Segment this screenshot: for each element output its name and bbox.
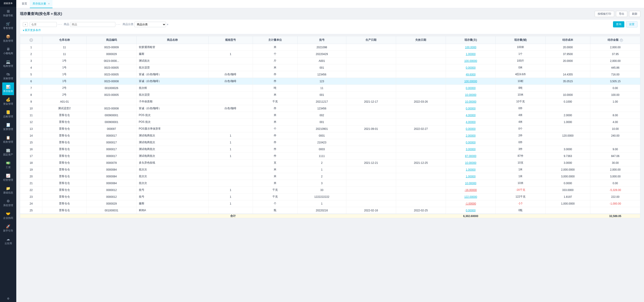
cell-qty-main[interactable]: 4.00000 (446, 119, 496, 125)
cell-code: 0023-00008 (87, 78, 136, 85)
cell-qty-main[interactable]: 0.00000 (446, 105, 496, 112)
table-row[interactable]: 12 普客仓仓 000900001 POS 批次 米 001 4.00000 4… (20, 119, 640, 125)
tab-inventory-batch[interactable]: 库存批次量✕ (30, 0, 52, 8)
cell-qty-main[interactable]: 0.00000 (446, 85, 496, 92)
table-row[interactable]: 15 普客仓仓 0000017 测试电商批次 1 件 210423 0.0000… (20, 139, 640, 146)
table-row[interactable]: 24 普客仓仓 0000029 藤斯 1 个 1 -1.00000 -1个 1,… (20, 200, 640, 207)
table-row[interactable]: 16 普客仓仓 0000017 测试电商批次 1 件 0003 3.00000 … (20, 146, 640, 153)
table-row[interactable]: 1 11 0023-00009 软胶通用枪管 米 2021098 100.000… (20, 44, 640, 51)
cell-qty-main[interactable]: 10.00000 (446, 180, 496, 187)
sidebar-item-biz-mgmt[interactable]: 📈经营管理 (2, 171, 14, 184)
cell-qty-main[interactable]: 10.00000 (446, 160, 496, 166)
cell-spec (208, 58, 253, 64)
cell-qty-main[interactable]: 1.00000 (446, 173, 496, 180)
table-row[interactable]: 6 1号 0023-00008 富诚（白色/咖啡） 白色/咖啡 件 123 10… (20, 78, 640, 85)
cell-qty-main[interactable]: 2.00000 (446, 132, 496, 139)
sidebar-item-fixed-asset[interactable]: 🏢固定资产 (2, 146, 14, 159)
refresh-button[interactable]: 刷新 (629, 11, 640, 17)
sidebar-settings[interactable]: ⚙ (0, 295, 16, 302)
table-row[interactable]: 14 普客仓仓 0000017 测试电商批次 1 件 0001 2.00000 … (20, 132, 640, 139)
sidebar-item-general[interactable]: 📒总账管理 (2, 108, 14, 120)
sidebar-item-base-info[interactable]: 📁基础信息 (2, 184, 14, 197)
table-row[interactable]: 11 普客仓仓 000900001 POS 批次 米 002 4.00000 4… (20, 112, 640, 119)
table-row[interactable]: 23 普客仓仓 0000012 批号 1 千克 1222222222 122.0… (20, 194, 640, 200)
print-button[interactable]: 按模板打印 (595, 11, 614, 17)
cell-qty-main[interactable]: 100.00000 (446, 58, 496, 64)
table-row[interactable]: 5 1号 0023-00005 富诚（白色/咖啡） 白色/咖啡 件 123456… (20, 71, 640, 78)
table-row[interactable]: 9 A01-01 子件保质期 千克 20211217 2021-12-17 20… (20, 98, 640, 105)
table-row[interactable]: 4 1号 0023-00005 批次适货 米 001 0.00000 0米 44… (20, 64, 640, 71)
cell-code: 0000017 (87, 139, 136, 146)
cell-qty-main[interactable]: 100.0000 (446, 44, 496, 51)
table-row[interactable]: 19 普客仓仓 0000084 批次次 米 1 1.00000 1米 2,000… (20, 166, 640, 173)
export-button[interactable]: 导出 (616, 11, 627, 17)
cell-qty-main[interactable]: -16.00000 (446, 187, 496, 194)
cell-qty-main[interactable]: 122.00000 (446, 194, 496, 200)
goods-input[interactable] (70, 22, 115, 27)
sidebar-item-invoice[interactable]: 🧾发票管理 (2, 120, 14, 133)
cell-cost: 3.0000 (546, 146, 590, 153)
table-row[interactable]: 2 11 0000029 藤斯 1 个 20220429 1.00000 1个 … (20, 51, 640, 58)
cell-unit: 米 (253, 64, 298, 71)
table-row[interactable]: 20 普客仓仓 0000084 批次次 米 2 1.00000 1米 3,000… (20, 173, 640, 180)
cell-qty-main[interactable]: 10.00000 (446, 98, 496, 105)
table-row[interactable]: 3 1号 0023-0000... 测试批次 斤 A001 100.00000 … (20, 58, 640, 64)
cell-qty-main[interactable]: 100.00000 (446, 78, 496, 85)
category-select[interactable]: 商品分类 (134, 22, 166, 27)
sidebar-item-purchase[interactable]: 🛍采购管理 (2, 70, 14, 82)
expand-btn[interactable]: ▾ 展开更多条件 (23, 28, 638, 32)
sidebar-item-newbie[interactable]: 🚀新手引导 (2, 222, 14, 235)
table-row[interactable]: 18 普客仓仓 0000078 多头异色纹线 支 2 2021-12-21 20… (20, 160, 640, 166)
sidebar-item-mini-ecom[interactable]: 🖥小额电商 (2, 45, 14, 57)
amount-info-icon[interactable]: ⓘ (620, 39, 623, 42)
table-row[interactable]: 21 普客仓仓 0000084 批次次 米 3 10.00000 10米 0.0… (20, 180, 640, 187)
table-row[interactable]: 8 2号 0023-00005 批次适货 米 001 10.00000 10米 … (20, 92, 640, 98)
tab-home[interactable]: 首页 (19, 0, 30, 8)
table-row[interactable]: 10 测试适货2 0023-00008 富诚（白色/咖啡） 白色/咖啡 件 12… (20, 105, 640, 112)
cell-qty-main[interactable]: 1.00000 (446, 51, 496, 58)
table-header: ⊙ 仓库名称 商品编码 商品名称 规格型号 主计量单位 批号 生产日期 失效日期… (20, 36, 640, 44)
sidebar-item-retail[interactable]: 🛒零售管理 (2, 20, 14, 32)
sidebar-item-tax[interactable]: 📋税务管理 (2, 133, 14, 146)
filter-row: › ··· 商品 ··· 商品分类 商品分类 (23, 21, 638, 27)
sidebar-label-asset: 资金管理 (3, 102, 13, 106)
cell-expire: 2022-02-25 (396, 207, 446, 214)
table-row[interactable]: 17 普客仓仓 0000017 测试电商批次 1 件 1111 87.00000… (20, 153, 640, 160)
sidebar-item-ecom[interactable]: 💻电商管理 (2, 57, 14, 70)
sidebar-item-asset[interactable]: 💰资金管理 (2, 95, 14, 108)
cell-qty-main[interactable]: 49.6000 (446, 71, 496, 78)
tab-close-inventory-batch[interactable]: ✕ (48, 3, 50, 5)
sidebar-item-collab[interactable]: 🤝企业协同 (2, 209, 14, 222)
cell-qty-main[interactable]: 0.00000 (446, 207, 496, 214)
col-header-spec: 规格型号 (208, 36, 253, 44)
settings-sidebar-btn[interactable]: 设置 (626, 21, 638, 27)
sidebar-item-batch-sale[interactable]: 📦批发管理 (2, 32, 14, 45)
cell-amount: 9.00 (590, 146, 640, 153)
filter-expand-arrow[interactable]: › (23, 22, 28, 27)
table-row[interactable]: 22 普客仓仓 0000012 批号 1 千克 33 -16.00000 -16… (20, 187, 640, 194)
cell-amount (590, 207, 640, 214)
cell-cost: 10.0000 (546, 92, 590, 98)
cell-qty-aux: 3件 (496, 146, 546, 153)
sidebar-search[interactable]: 搜索菜单 (0, 0, 16, 7)
table-row[interactable]: 25 普客仓仓 001000031 鲜肉A 瓶 20220216 2022-02… (20, 207, 640, 214)
cell-qty-main[interactable]: 0.00000 (446, 125, 496, 132)
cell-qty-main[interactable]: 4.00000 (446, 112, 496, 119)
inventory-table: ⊙ 仓库名称 商品编码 商品名称 规格型号 主计量单位 批号 生产日期 失效日期… (20, 36, 640, 218)
cell-qty-main[interactable]: 87.00000 (446, 153, 496, 160)
cell-qty-main[interactable]: 3.00000 (446, 146, 496, 153)
search-button[interactable]: 查询 (613, 21, 624, 27)
table-row[interactable]: 13 普客仓仓 000097 POS显示率保异常 个 20210901 2021… (20, 125, 640, 132)
cell-qty-main[interactable]: -1.00000 (446, 200, 496, 207)
warehouse-input[interactable] (30, 22, 57, 27)
sidebar-item-cloud[interactable]: ☁云应用 (2, 235, 14, 247)
cell-qty-main[interactable]: 10.00000 (446, 92, 496, 98)
sidebar-item-hr[interactable]: 💵工资 (2, 159, 14, 171)
cell-qty-main[interactable]: 1.00000 (446, 166, 496, 173)
sidebar-item-sys-mgmt[interactable]: ⚙系统管理 (2, 197, 14, 209)
table-row[interactable]: 7 2号 001000026 批次框 吨 11 0.00000 0吨 0.00 (20, 85, 640, 92)
cell-qty-main[interactable]: 0.00000 (446, 139, 496, 146)
cell-qty-main[interactable]: 0.00000 (446, 64, 496, 71)
sidebar-item-inventory[interactable]: 📊库存核算 (2, 82, 14, 95)
sidebar-item-quick-nav[interactable]: ⊞快捷导航 (2, 7, 14, 20)
